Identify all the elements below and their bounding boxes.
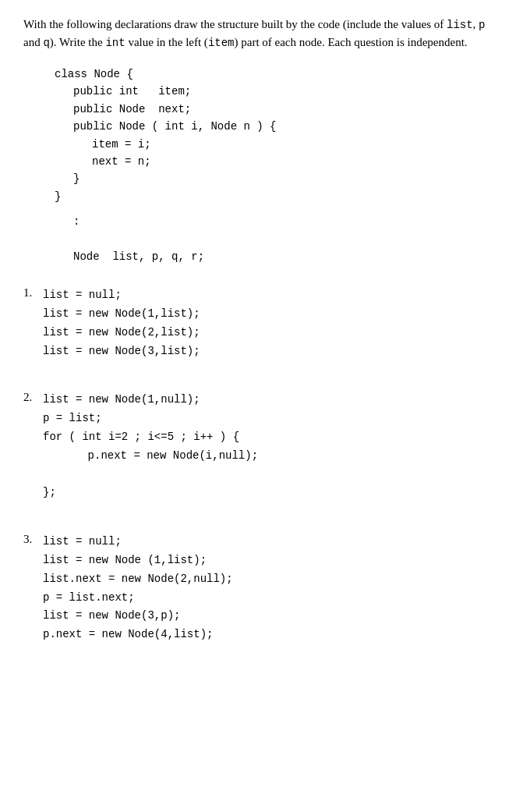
q2-line3: for ( int i=2 ; i<=5 ; i++ ) { xyxy=(43,431,239,443)
intro-code-q: q xyxy=(43,37,49,49)
q1-line4: list = new Node(3,list); xyxy=(43,345,200,357)
question-1-number: 1. xyxy=(23,286,43,300)
class-definition: class Node { public int item; public Nod… xyxy=(55,66,486,205)
intro-paragraph: With the following declarations draw the… xyxy=(23,16,486,51)
intro-code-item: item xyxy=(208,37,235,49)
code-line-constructor: public Node ( int i, Node n ) { xyxy=(73,118,486,135)
q2-line2: p = list; xyxy=(43,412,102,424)
intro-code-int: int xyxy=(105,37,125,49)
question-3-code: list = null; list = new Node (1,list); l… xyxy=(43,533,233,644)
code-line-item-assign: item = i; xyxy=(92,136,486,153)
question-1: 1. list = null; list = new Node(1,list);… xyxy=(23,286,486,360)
code-line-close-inner: } xyxy=(73,170,486,187)
code-line-next-assign: next = n; xyxy=(92,153,486,170)
question-2-code: list = new Node(1,null); p = list; for (… xyxy=(43,391,258,502)
code-line-item: public int item; xyxy=(73,83,486,100)
intro-code-p: p xyxy=(479,19,485,31)
question-1-code: list = null; list = new Node(1,list); li… xyxy=(43,286,200,360)
code-separator-section: : Node list, p, q, r; xyxy=(55,213,486,265)
question-3: 3. list = null; list = new Node (1,list)… xyxy=(23,533,486,644)
q3-line6: p.next = new Node(4,list); xyxy=(43,628,213,640)
code-line-next: public Node next; xyxy=(73,101,486,118)
code-line-class: class Node { xyxy=(55,66,486,83)
code-colon: : xyxy=(73,213,486,230)
q3-line3: list.next = new Node(2,null); xyxy=(43,573,233,585)
q3-line2: list = new Node (1,list); xyxy=(43,554,207,566)
q2-line4: p.next = new Node(i,null); xyxy=(62,447,258,466)
code-line-close-class: } xyxy=(55,188,486,205)
q2-line5: }; xyxy=(43,486,56,498)
q1-line2: list = new Node(1,list); xyxy=(43,307,200,320)
intro-code-list: list xyxy=(447,19,473,31)
question-2-number: 2. xyxy=(23,391,43,404)
code-node-decl: Node list, p, q, r; xyxy=(73,248,486,265)
q1-line1: list = null; xyxy=(43,289,122,301)
question-2: 2. list = new Node(1,null); p = list; fo… xyxy=(23,391,486,502)
question-3-number: 3. xyxy=(23,533,43,546)
q1-line3: list = new Node(2,list); xyxy=(43,326,200,339)
q3-line4: p = list.next; xyxy=(43,591,135,604)
q3-line1: list = null; xyxy=(43,535,122,548)
q2-line1: list = new Node(1,null); xyxy=(43,393,200,406)
q3-line5: list = new Node(3,p); xyxy=(43,609,180,622)
